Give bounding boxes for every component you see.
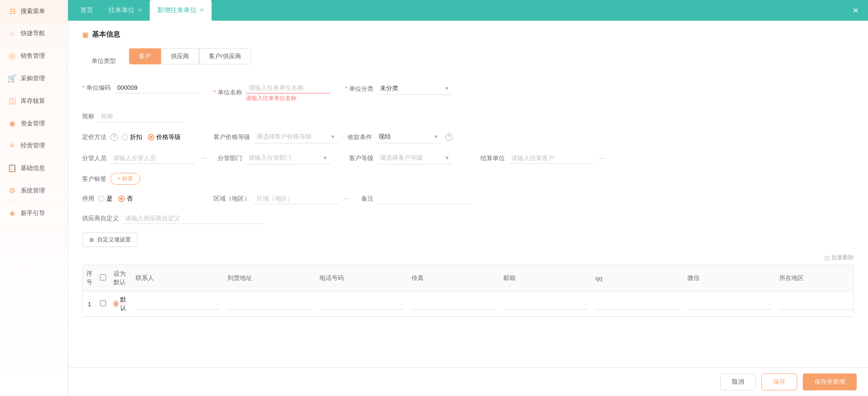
row-checkbox bbox=[96, 292, 110, 317]
sidebar-item-operations[interactable]: ≡ 经营管理 bbox=[0, 135, 68, 157]
unit-name-error: 请输入往来单位名称 bbox=[246, 94, 330, 102]
payment-terms-question-icon[interactable]: ? bbox=[445, 133, 453, 141]
unit-type-row: 单位类型 客户 供应商 客户/供应商 bbox=[91, 48, 854, 74]
row-qq-input[interactable] bbox=[595, 298, 680, 310]
section-header: ▣ 基本信息 bbox=[82, 30, 854, 39]
row-email-input[interactable] bbox=[503, 298, 588, 310]
settlement-unit-field: 结算单位 ··· bbox=[480, 153, 607, 164]
select-all-checkbox[interactable] bbox=[100, 274, 106, 280]
row-wechat-input[interactable] bbox=[687, 298, 772, 310]
save-button[interactable]: 保存 bbox=[761, 373, 797, 390]
abbreviation-input[interactable] bbox=[98, 111, 183, 122]
add-tag-button[interactable]: + 标签 bbox=[110, 173, 140, 185]
sidebar-item-purchase[interactable]: 🛒 采购管理 bbox=[0, 67, 68, 90]
col-wechat: 微信 bbox=[684, 265, 776, 292]
row-abbreviation: 简称 bbox=[82, 111, 854, 122]
tab-counterparty-close[interactable]: ✕ bbox=[137, 7, 142, 14]
customer-price-level-label: 客户价格等级 bbox=[213, 133, 250, 141]
sidebar-item-label: 新手引导 bbox=[21, 209, 45, 217]
settlement-unit-input[interactable] bbox=[509, 153, 593, 164]
batch-delete-icon: ◫ bbox=[824, 255, 830, 261]
unit-name-input[interactable] bbox=[246, 82, 330, 93]
radio-discount-circle bbox=[122, 134, 128, 140]
row-region-input[interactable] bbox=[779, 298, 854, 310]
cancel-button[interactable]: 取消 bbox=[720, 373, 756, 390]
remark-field: 备注 bbox=[361, 193, 483, 204]
tab-new-counterparty-label: 新增往来单位 bbox=[157, 6, 197, 15]
unit-category-select[interactable]: 未分类 ▼ bbox=[377, 82, 452, 95]
manager-ellipsis[interactable]: ··· bbox=[198, 154, 208, 163]
sidebar-item-label: 系统管理 bbox=[21, 186, 45, 195]
type-btn-supplier[interactable]: 供应商 bbox=[161, 48, 199, 64]
settlement-unit-ellipsis[interactable]: ··· bbox=[597, 154, 607, 163]
tab-home[interactable]: 首页 bbox=[73, 0, 101, 21]
sidebar-item-system[interactable]: ⚙ 系统管理 bbox=[0, 179, 68, 202]
supplier-custom-input[interactable] bbox=[122, 213, 263, 224]
row-select-checkbox[interactable] bbox=[100, 300, 106, 306]
sidebar-item-newbie[interactable]: ◈ 新手引导 bbox=[0, 202, 68, 225]
unit-code-input[interactable] bbox=[114, 82, 199, 93]
radio-yes[interactable]: 是 bbox=[98, 194, 113, 203]
pricing-method-field: 定价方法 ? 折扣 价格等级 bbox=[82, 133, 204, 141]
sidebar-item-sales[interactable]: ◎ 销售管理 bbox=[0, 45, 68, 67]
sidebar-item-inventory[interactable]: ◫ 库存核算 bbox=[0, 90, 68, 112]
row-fax-input[interactable] bbox=[411, 298, 496, 310]
col-fax: 传真 bbox=[408, 265, 500, 292]
sidebar-item-basic[interactable]: 📋 基础信息 bbox=[0, 157, 68, 179]
radio-price-level[interactable]: 价格等级 bbox=[148, 133, 181, 141]
customer-level-field: 客户等级 请选择客户等级 ▼ bbox=[349, 152, 471, 164]
row-address-input[interactable] bbox=[228, 298, 312, 310]
unit-name-field: 单位名称 请输入往来单位名称 bbox=[213, 82, 335, 102]
row-phone-input[interactable] bbox=[320, 298, 404, 310]
radio-price-level-label: 价格等级 bbox=[156, 133, 181, 141]
custom-settings-button[interactable]: ⚙ 自定义项设置 bbox=[82, 233, 138, 247]
sidebar-item-quicknav[interactable]: ⌂ 快捷导航 bbox=[0, 23, 68, 45]
row-customer-tag: 客户标签 + 标签 bbox=[82, 173, 854, 185]
row-contact-input[interactable] bbox=[136, 298, 220, 310]
radio-no[interactable]: 否 bbox=[118, 194, 133, 203]
tab-new-counterparty[interactable]: 新增往来单位 ✕ bbox=[150, 0, 212, 21]
manager-input[interactable] bbox=[110, 153, 195, 164]
payment-terms-arrow: ▼ bbox=[434, 134, 439, 140]
department-select[interactable]: 请输入分管部门 ▼ bbox=[246, 152, 330, 164]
pricing-question-icon[interactable]: ? bbox=[110, 133, 118, 141]
type-btn-both[interactable]: 客户/供应商 bbox=[199, 48, 251, 64]
contact-table: 序号 设为默认 联系人 到货地址 电话号码 传真 邮箱 qq 微信 所在地区 bbox=[82, 264, 854, 317]
department-field: 分管部门 请输入分管部门 ▼ bbox=[218, 152, 340, 164]
tab-new-counterparty-close[interactable]: ✕ bbox=[199, 7, 204, 14]
type-btn-customer[interactable]: 客户 bbox=[129, 48, 161, 64]
region-field: 区域（地区） ··· bbox=[213, 193, 352, 204]
col-checkbox bbox=[96, 265, 110, 292]
col-default: 设为默认 bbox=[110, 265, 132, 292]
tab-counterparty-label: 往来单位 bbox=[108, 6, 135, 15]
row-address bbox=[224, 292, 316, 317]
payment-terms-label: 收款条件 bbox=[348, 133, 372, 141]
remark-input[interactable] bbox=[377, 193, 471, 204]
sidebar-item-label: 经营管理 bbox=[21, 141, 45, 150]
section-title: 基本信息 bbox=[92, 30, 120, 39]
row-supplier-custom: 供应商自定义 bbox=[82, 213, 854, 224]
customer-level-select[interactable]: 请选择客户等级 ▼ bbox=[377, 152, 452, 164]
region-ellipsis[interactable]: ··· bbox=[342, 194, 352, 203]
tab-counterparty[interactable]: 往来单位 ✕ bbox=[101, 0, 150, 21]
search-icon: ⊟ bbox=[8, 7, 17, 16]
remark-label: 备注 bbox=[361, 194, 373, 203]
region-input[interactable] bbox=[254, 193, 338, 204]
row-email bbox=[500, 292, 592, 317]
purchase-icon: 🛒 bbox=[8, 74, 17, 83]
radio-discount[interactable]: 折扣 bbox=[122, 133, 142, 141]
sidebar-item-search[interactable]: ⊟ 搜索菜单 bbox=[0, 0, 68, 23]
window-close-button[interactable]: ✕ bbox=[848, 6, 863, 15]
radio-no-label: 否 bbox=[127, 194, 133, 203]
save-and-new-button[interactable]: 保存并新增 bbox=[803, 373, 857, 390]
payment-terms-value: 现结 bbox=[379, 132, 391, 141]
batch-delete-btn[interactable]: ◫ 批量删除 bbox=[824, 254, 854, 262]
customer-level-label: 客户等级 bbox=[349, 154, 373, 163]
row-default-radio[interactable]: 默认 bbox=[114, 295, 128, 312]
payment-terms-select[interactable]: 现结 ▼ bbox=[376, 131, 442, 143]
unit-code-label: 单位编码 bbox=[82, 84, 111, 92]
abbreviation-label: 简称 bbox=[82, 112, 94, 121]
unit-type-group: 客户 供应商 客户/供应商 bbox=[129, 48, 251, 64]
sidebar-item-finance[interactable]: ◉ 资金管理 bbox=[0, 112, 68, 135]
customer-price-level-select[interactable]: 请选择客户价格等级 ▼ bbox=[254, 131, 338, 143]
